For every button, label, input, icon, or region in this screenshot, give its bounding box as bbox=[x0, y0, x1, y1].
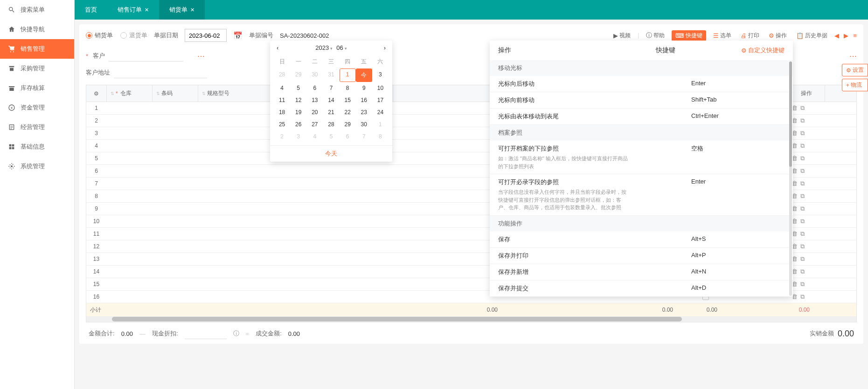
sidebar-item-search[interactable]: 搜索菜单 bbox=[0, 0, 74, 20]
toolbar-print[interactable]: 🖨打印 bbox=[738, 31, 762, 41]
day-cell[interactable]: 29 bbox=[340, 118, 356, 130]
day-cell[interactable]: 8 bbox=[340, 82, 356, 94]
day-cell-other[interactable]: 28 bbox=[274, 68, 290, 82]
more-icon[interactable]: ⋯ bbox=[849, 52, 857, 61]
day-cell-other[interactable]: 7 bbox=[356, 130, 372, 143]
day-cell[interactable]: 3 bbox=[372, 68, 389, 82]
sidebar-item-purchase[interactable]: 采购管理 bbox=[0, 59, 74, 78]
cash-discount-input[interactable] bbox=[185, 328, 227, 339]
day-cell-other[interactable]: 3 bbox=[290, 130, 306, 143]
day-cell-other[interactable]: 5 bbox=[323, 130, 339, 143]
copy-icon[interactable]: ⧉ bbox=[800, 142, 805, 150]
day-cell[interactable]: 26 bbox=[290, 118, 306, 130]
tab-home[interactable]: 首页 bbox=[75, 0, 107, 20]
scrollbar-thumb[interactable] bbox=[112, 317, 682, 321]
day-cell[interactable]: 23 bbox=[356, 106, 372, 118]
copy-icon[interactable]: ⧉ bbox=[800, 180, 805, 187]
sidebar-item-funds[interactable]: ¥ 资金管理 bbox=[0, 98, 74, 117]
day-cell[interactable]: 6 bbox=[306, 82, 323, 94]
day-cell-other[interactable]: 30 bbox=[306, 68, 323, 82]
day-cell[interactable]: 17 bbox=[372, 94, 389, 106]
tab-sales-order[interactable]: 销售订单✕ bbox=[107, 0, 159, 20]
day-cell[interactable]: 20 bbox=[306, 106, 323, 118]
today-button[interactable]: 今天 bbox=[270, 145, 392, 162]
copy-icon[interactable]: ⧉ bbox=[800, 293, 805, 300]
col-barcode[interactable]: ⇅条码 bbox=[153, 85, 198, 102]
chevron-left-icon[interactable]: ◀ bbox=[834, 32, 839, 39]
logistics-button[interactable]: +物流 bbox=[842, 79, 868, 91]
date-input[interactable] bbox=[185, 29, 227, 42]
day-cell[interactable]: 13 bbox=[306, 94, 323, 106]
sidebar-item-inventory[interactable]: 库存核算 bbox=[0, 78, 74, 98]
toolbar-video[interactable]: ▶视频 bbox=[611, 31, 633, 41]
day-cell[interactable]: 21 bbox=[323, 106, 339, 118]
close-icon[interactable]: ✕ bbox=[145, 7, 149, 13]
tab-sales-slip[interactable]: 销货单✕ bbox=[159, 0, 205, 20]
scrollbar-thumb[interactable] bbox=[789, 61, 792, 167]
sidebar-item-business[interactable]: 经营管理 bbox=[0, 117, 74, 137]
day-cell[interactable]: 9 bbox=[356, 82, 372, 94]
calendar-icon[interactable]: 📅 bbox=[233, 31, 243, 40]
day-cell[interactable]: 今 bbox=[356, 68, 372, 82]
day-cell[interactable]: 28 bbox=[323, 118, 339, 130]
day-cell[interactable]: 10 bbox=[372, 82, 389, 94]
copy-icon[interactable]: ⧉ bbox=[800, 218, 805, 225]
sidebar-item-basicinfo[interactable]: 基础信息 bbox=[0, 137, 74, 157]
col-settings[interactable]: ⚙ bbox=[86, 85, 107, 102]
menu-icon[interactable]: ≡ bbox=[853, 32, 857, 39]
day-cell-other[interactable]: 4 bbox=[306, 130, 323, 143]
day-cell-other[interactable]: 8 bbox=[372, 130, 389, 143]
copy-icon[interactable]: ⧉ bbox=[800, 104, 805, 112]
sidebar-item-sales[interactable]: 销售管理 bbox=[0, 39, 74, 59]
close-icon[interactable]: ✕ bbox=[190, 7, 194, 13]
day-cell[interactable]: 19 bbox=[290, 106, 306, 118]
copy-icon[interactable]: ⧉ bbox=[800, 268, 805, 275]
toolbar-operate[interactable]: ⚙操作 bbox=[766, 31, 789, 41]
setting-button[interactable]: ⚙设置 bbox=[842, 64, 868, 76]
day-cell[interactable]: 18 bbox=[274, 106, 290, 118]
copy-icon[interactable]: ⧉ bbox=[800, 167, 805, 175]
copy-icon[interactable]: ⧉ bbox=[800, 192, 805, 200]
help-icon[interactable]: ⓘ bbox=[233, 329, 239, 338]
chevron-right-icon[interactable]: ▶ bbox=[844, 32, 848, 39]
day-cell-other[interactable]: 1 bbox=[372, 118, 389, 130]
day-cell[interactable]: 25 bbox=[274, 118, 290, 130]
custom-shortcut-button[interactable]: ⚙自定义快捷键 bbox=[741, 46, 785, 55]
year-select[interactable]: 2023 bbox=[315, 44, 333, 51]
copy-icon[interactable]: ⧉ bbox=[800, 243, 805, 250]
day-cell[interactable]: 22 bbox=[340, 106, 356, 118]
day-cell[interactable]: 4 bbox=[274, 82, 290, 94]
toolbar-select[interactable]: ☰选单 bbox=[711, 31, 734, 41]
day-cell[interactable]: 24 bbox=[372, 106, 389, 118]
customer-input[interactable] bbox=[109, 50, 183, 61]
addr-input[interactable] bbox=[114, 67, 207, 78]
prev-month-icon[interactable]: ‹ bbox=[277, 44, 278, 51]
copy-icon[interactable]: ⧉ bbox=[800, 280, 805, 288]
day-cell[interactable]: 11 bbox=[274, 94, 290, 106]
toolbar-shortcut[interactable]: ⌨快捷键 bbox=[672, 30, 706, 41]
day-cell-other[interactable]: 29 bbox=[290, 68, 306, 82]
copy-icon[interactable]: ⧉ bbox=[800, 117, 805, 124]
radio-sales[interactable]: 销货单 bbox=[86, 31, 113, 40]
day-cell-other[interactable]: 6 bbox=[340, 130, 356, 143]
copy-icon[interactable]: ⧉ bbox=[800, 230, 805, 238]
sidebar-item-quicknav[interactable]: 快捷导航 bbox=[0, 20, 74, 39]
toolbar-history[interactable]: 📋历史单据 bbox=[794, 31, 830, 41]
day-cell[interactable]: 12 bbox=[290, 94, 306, 106]
copy-icon[interactable]: ⧉ bbox=[800, 130, 805, 137]
radio-return[interactable]: 退货单 bbox=[120, 31, 147, 40]
month-select[interactable]: 06 bbox=[336, 44, 347, 51]
day-cell[interactable]: 7 bbox=[323, 82, 339, 94]
day-cell[interactable]: 30 bbox=[356, 118, 372, 130]
more-icon[interactable]: ⋯ bbox=[197, 52, 205, 61]
col-warehouse[interactable]: ⇅*仓库 bbox=[107, 85, 153, 102]
copy-icon[interactable]: ⧉ bbox=[800, 205, 805, 212]
day-cell[interactable]: 14 bbox=[323, 94, 339, 106]
toolbar-help[interactable]: ⓘ帮助 bbox=[644, 30, 667, 41]
day-cell[interactable]: 16 bbox=[356, 94, 372, 106]
day-cell[interactable]: 27 bbox=[306, 118, 323, 130]
next-month-icon[interactable]: › bbox=[384, 44, 386, 51]
day-cell[interactable]: 15 bbox=[340, 94, 356, 106]
copy-icon[interactable]: ⧉ bbox=[800, 255, 805, 263]
copy-icon[interactable]: ⧉ bbox=[800, 155, 805, 162]
